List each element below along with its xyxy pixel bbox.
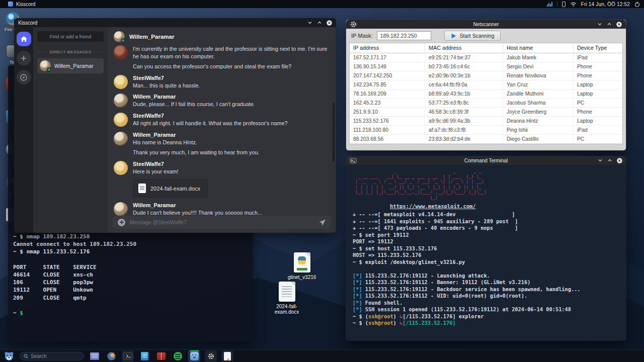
taskbar-search[interactable] [20,352,84,360]
taskbar-notes-button[interactable] [138,350,150,362]
server-rail [14,27,33,233]
table-cell: Sergio Devi [503,62,574,71]
table-row[interactable]: 115.233.52.176a9:9c:d6:99:4a:3bDeanna Hi… [350,117,622,126]
table-row[interactable]: 251.9.9.1046:58:3c:c8:39:3fJoyce Greenbe… [350,108,622,117]
table-row[interactable]: 207.147.142.250e2:d0:9b:00:3e:1bRenate N… [350,71,622,80]
dm-sidebar: Find or add a friend DIRECT MESSAGES Wil… [33,27,108,233]
metasploit-link[interactable]: https://www.metasploit.com/ [390,203,626,209]
minimize-button[interactable] [597,22,602,27]
gear-icon [350,21,357,28]
table-cell: Laptop [574,80,622,89]
close-button[interactable] [327,20,332,26]
close-button[interactable] [616,22,622,27]
table-cell: 162.45.2.23 [350,99,425,107]
table-cell: Renate Novikova [503,71,574,80]
table-cell: Phone [574,62,622,71]
close-button[interactable] [617,158,622,163]
send-icon[interactable] [319,219,326,226]
attachment-card[interactable]: 2024-fall-exam.docx [133,179,208,198]
desktop-file-glinet[interactable]: glinet_v3216 [283,252,320,280]
column-header[interactable]: Host name [503,43,574,53]
desktop-file-exam[interactable]: 2024-fall-exam.docx [271,282,303,315]
taskbar-library-button[interactable] [155,350,167,362]
table-cell: b0:73:45:16:c4:6c [425,62,503,71]
table-row[interactable]: 78.16.169.209b8:89:a9:43:9c:1bZandile Mu… [350,89,622,99]
avatar [114,161,128,175]
column-header[interactable]: MAC address [425,43,503,53]
kisscord-window-title: Kisscord [18,20,37,26]
search-input[interactable] [31,353,80,359]
netscanner-titlebar[interactable]: Netscanner [346,20,626,29]
avatar [114,132,128,146]
table-row[interactable]: 167.52.171.17e9:25:21:74:be:37Jakub Mare… [350,53,622,62]
browser-globe-icon [107,352,116,360]
start-menu-button[interactable] [3,350,15,362]
avatar [114,75,128,89]
taskbar-files-button[interactable] [89,350,101,362]
chat-message: SteelWaffe7All right all right. I will h… [114,113,328,127]
file-label: glinet_v3216 [288,275,316,280]
table-row[interactable]: 111.218.100.80af:a7:dc:f8:c3:f8Ping Ishi… [350,126,622,135]
active-app-indicator[interactable]: Kisscord [8,2,35,7]
table-row[interactable]: 162.45.2.2353:77:25:e3:fb:8cJacobus Shar… [350,99,622,108]
explore-button[interactable] [17,70,31,84]
kisscord-titlebar[interactable]: Kisscord [14,18,336,27]
taskbar [0,349,644,362]
attach-plus-button[interactable] [118,219,125,226]
taskbar-music-button[interactable] [172,350,184,362]
avatar [114,113,128,127]
power-icon[interactable] [634,2,640,7]
column-header[interactable]: Device Type [574,43,622,53]
taskbar-kisscord-button[interactable] [188,350,200,362]
table-body: 167.52.171.17e9:25:21:74:be:37Jakub Mare… [350,53,622,144]
clock[interactable]: Fri 14 Jun, ÖÖ 12:52 [581,2,630,7]
wifi-icon[interactable] [570,2,577,7]
minimize-button[interactable] [307,20,312,25]
topbar-divider [557,2,557,7]
ip-mask-input[interactable] [377,31,431,40]
table-cell: Laptop [574,89,622,98]
taskbar-browser-button[interactable] [105,350,117,362]
table-cell: 46:58:3c:c8:39:3f [425,108,503,116]
terminal-titlebar[interactable]: Command Terminal [346,156,626,165]
chat-scrollbar-thumb[interactable] [333,103,335,162]
message-input[interactable] [130,219,314,225]
home-button[interactable] [17,32,31,46]
network-activity-icon[interactable] [547,2,552,7]
column-header[interactable]: IP address [350,43,425,53]
table-cell: Phone [574,108,622,116]
active-app-icon [8,2,13,7]
chat-area: Willem_Paramar I'm currently in the univ… [108,27,336,233]
message-text: I'm currently in the university cafe and… [133,45,328,60]
start-scanning-button[interactable]: Start Scanning [444,31,501,41]
taskbar-settings-button[interactable] [205,350,217,362]
table-cell: iPad [574,53,622,62]
message-text: Can you access the professor's computer … [133,63,328,70]
maximize-button[interactable] [317,20,322,25]
taskbar-terminal-button[interactable] [122,350,134,362]
minimize-button[interactable] [598,158,603,163]
chat-message: I'm currently in the university cafe and… [114,45,328,70]
table-row[interactable]: 88.203.68.5623:83:3d:d2:b4:deDiego Casti… [350,135,622,144]
message-text: His name is Deanna Hintz. [133,139,259,146]
notes-icon [141,352,148,360]
bear-logo-icon [4,351,14,361]
online-status-dot [47,67,51,72]
file-manager-icon [90,352,99,360]
book-icon [157,352,166,360]
maximize-button[interactable] [607,22,612,27]
command-terminal-window: Command Terminal _ _ _ _ _ __ ___ __| |_… [346,156,626,341]
message-author: SteelWaffe7 [133,113,288,119]
table-cell: 251.9.9.10 [350,108,425,116]
message-text: Man... this is quite a hassle. [133,82,200,89]
find-friend-button[interactable]: Find or add a friend [37,31,104,42]
taskbar-editor-button[interactable] [221,350,233,362]
add-server-button[interactable] [17,51,31,65]
maximize-button[interactable] [607,158,612,163]
table-row[interactable]: 142.234.75.85ce:6a:44:fb:f9:0aYan CruzLa… [350,80,622,89]
phone-icon[interactable] [562,2,566,7]
dm-item-willem-paramar[interactable]: Willem_Paramar [37,58,104,73]
table-cell: 167.52.171.17 [350,53,425,62]
scan-results-table: IP addressMAC addressHost nameDevice Typ… [349,43,623,144]
table-row[interactable]: 136.90.15.149b0:73:45:16:c4:6cSergio Dev… [350,62,622,71]
